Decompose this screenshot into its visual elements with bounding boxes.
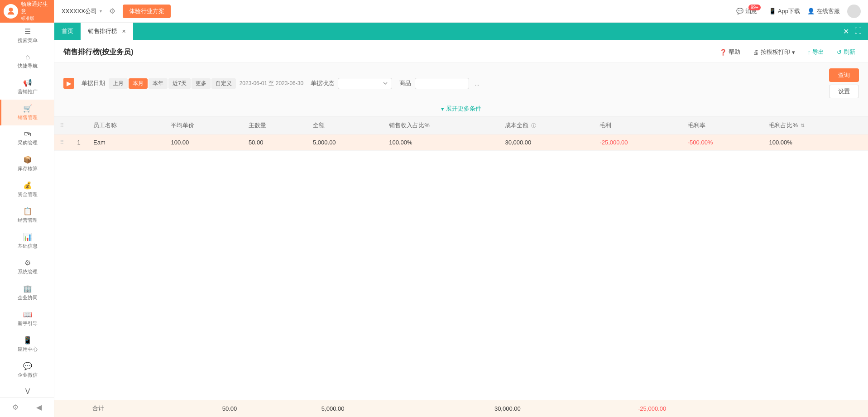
sidebar-item-sales[interactable]: 🛒 销售管理	[0, 100, 54, 125]
date-filter-label: 单据日期	[82, 79, 105, 87]
settings-button[interactable]: 设置	[829, 85, 859, 98]
sidebar-label-search: 搜索菜单	[18, 37, 38, 44]
message-button[interactable]: 💬 消息 99+	[736, 7, 757, 15]
date-btn-7days[interactable]: 近7天	[168, 78, 191, 89]
row-drag-icon[interactable]: ⠿	[60, 139, 64, 146]
th-qty: 主数量	[243, 117, 307, 134]
sidebar-settings-icon[interactable]: ⚙	[10, 401, 20, 413]
online-service-label: 在线客服	[816, 7, 840, 15]
sidebar-item-app-center[interactable]: 📱 应用中心	[0, 331, 54, 357]
date-buttons: 上月 本月 本年 近7天 更多 自定义	[109, 78, 236, 89]
table-spacer	[54, 259, 868, 400]
sidebar-item-guide[interactable]: 📖 新手引导	[0, 306, 54, 331]
gear-icon[interactable]: ⚙	[107, 5, 117, 17]
drag-cell: ⠿	[54, 134, 70, 151]
th-cost: 成本全额 ⓘ	[499, 117, 594, 134]
goods-more-icon[interactable]: ...	[473, 78, 481, 89]
goods-input[interactable]	[415, 78, 469, 89]
date-btn-more[interactable]: 更多	[192, 78, 211, 89]
tab-sales-rank[interactable]: 销售排行榜 ✕	[81, 23, 133, 40]
topbar-right: 💬 消息 99+ 📱 App下载 👤 在线客服	[736, 5, 861, 18]
close-all-tabs-icon[interactable]: ✕	[842, 26, 850, 37]
sidebar-icon-basic-info: 📊	[23, 233, 32, 241]
th-total: 全额	[307, 117, 384, 134]
sidebar-collapse-icon[interactable]: ◀	[34, 401, 43, 413]
sidebar-item-enterprise[interactable]: 🏢 企业协同	[0, 280, 54, 306]
main-content: XXXXXX公司 ▾ ⚙ 体验行业方案 💬 消息 99+ 📱 App下载 👤 在…	[54, 0, 868, 417]
sidebar-label-quick-nav: 快捷导航	[18, 62, 38, 69]
sidebar-label-sales: 销售管理	[18, 114, 38, 121]
sidebar-label-basic-info: 基础信息	[18, 243, 38, 249]
home-tab-label: 首页	[62, 27, 73, 35]
table-header: ⠿ 员工名称 平均单价 主数量 全额 销售收入占比% 成本全额 ⓘ 毛利 毛利率…	[54, 117, 868, 134]
tab-close-icon[interactable]: ✕	[122, 29, 126, 34]
export-icon: ↑	[808, 49, 811, 56]
tabbar-controls: ✕ ⛶	[837, 26, 868, 37]
table-row: ⠿ 1 Eam 100.00 50.00 5,000.00 100.00% 30…	[54, 134, 868, 151]
total-amount: 5,000.00	[316, 400, 447, 417]
sidebar-item-quick-nav[interactable]: ⌂ 快捷导航	[0, 48, 54, 74]
date-btn-last-month[interactable]: 上月	[109, 78, 128, 89]
app-download-button[interactable]: 📱 App下载	[769, 7, 800, 15]
sidebar-item-purchase[interactable]: 🛍 采购管理	[0, 125, 54, 151]
qty-cell: 50.00	[243, 134, 307, 151]
expand-more-btn[interactable]: ▾ 展开更多条件	[441, 105, 481, 113]
date-filter-group: 单据日期 上月 本月 本年 近7天 更多 自定义 2023-06-01 至 20…	[82, 78, 303, 89]
th-gross: 毛利	[594, 117, 682, 134]
page-actions: ❓ 帮助 🖨 按模板打印 ▾ ↑ 导出 ↺ 刷新	[716, 46, 859, 58]
cost-info-icon[interactable]: ⓘ	[531, 123, 536, 128]
sidebar-item-search[interactable]: ☰ 搜索菜单	[0, 23, 54, 48]
sidebar-label-operations: 经营管理	[18, 217, 38, 224]
name-cell: Eam	[88, 134, 165, 151]
sidebar-label-system: 系统管理	[18, 268, 38, 275]
date-btn-custom[interactable]: 自定义	[211, 78, 236, 89]
fullscreen-icon[interactable]: ⛶	[854, 26, 863, 36]
sidebar-item-marketing[interactable]: 📢 营销推广	[0, 74, 54, 100]
status-filter-group: 单据状态	[311, 78, 392, 89]
sidebar-label-inventory: 库存核算	[18, 165, 38, 172]
sidebar-item-basic-info[interactable]: 📊 基础信息	[0, 228, 54, 254]
status-select[interactable]	[338, 78, 392, 89]
sidebar-item-inventory[interactable]: 📦 库存核算	[0, 151, 54, 177]
goods-filter-group: 商品 ...	[399, 78, 481, 89]
table-area: ⠿ 员工名称 平均单价 主数量 全额 销售收入占比% 成本全额 ⓘ 毛利 毛利率…	[54, 117, 868, 259]
filter-row-1: ▶ 单据日期 上月 本月 本年 近7天 更多 自定义 2023-06-01 至 …	[63, 68, 859, 98]
sidebar-item-system[interactable]: ⚙ 系统管理	[0, 254, 54, 280]
help-button[interactable]: ❓ 帮助	[716, 46, 744, 58]
help-icon: ❓	[719, 49, 727, 56]
gross-pct-sort-icon[interactable]: ⇅	[801, 123, 805, 128]
query-button[interactable]: 查询	[829, 68, 859, 82]
export-button[interactable]: ↑ 导出	[804, 46, 828, 58]
print-button[interactable]: 🖨 按模板打印 ▾	[749, 46, 799, 58]
sidebar-item-wechat[interactable]: 💬 企业微信	[0, 357, 54, 383]
gross-rate-cell: -500.00%	[682, 134, 764, 151]
table-body: ⠿ 1 Eam 100.00 50.00 5,000.00 100.00% 30…	[54, 134, 868, 151]
refresh-button[interactable]: ↺ 刷新	[833, 46, 859, 58]
content-area: 销售排行榜(按业务员) ❓ 帮助 🖨 按模板打印 ▾ ↑ 导出 ↺ 刷新	[54, 40, 868, 417]
th-gross-rate: 毛利率	[682, 117, 764, 134]
logo-icon	[4, 4, 18, 19]
company-selector[interactable]: XXXXXX公司 ▾	[62, 7, 102, 15]
trial-button[interactable]: 体验行业方案	[123, 5, 171, 18]
date-btn-this-month[interactable]: 本月	[129, 78, 148, 89]
sidebar-label-marketing: 营销推广	[18, 88, 38, 95]
sidebar-item-vip[interactable]: V 畅会员	[0, 383, 54, 397]
user-avatar[interactable]	[847, 5, 861, 18]
filter-expand-arrow[interactable]: ▶	[63, 78, 74, 89]
total-rank-spacer	[69, 400, 87, 417]
logo-sub: 标准版	[21, 15, 50, 22]
status-filter-label: 单据状态	[311, 79, 334, 87]
th-drag: ⠿	[54, 117, 70, 134]
sidebar-item-finance[interactable]: 💰 资金管理	[0, 177, 54, 202]
online-service-button[interactable]: 👤 在线客服	[807, 7, 840, 15]
goods-filter-label: 商品	[399, 79, 411, 87]
sidebar-icon-guide: 📖	[23, 310, 32, 319]
message-icon: 💬	[736, 8, 743, 14]
app-icon: 📱	[769, 8, 776, 14]
sidebar-item-operations[interactable]: 📋 经营管理	[0, 202, 54, 228]
sidebar-icon-vip: V	[25, 388, 30, 396]
date-btn-this-year[interactable]: 本年	[149, 78, 168, 89]
total-avg-spacer	[175, 400, 217, 417]
tab-home[interactable]: 首页	[54, 23, 81, 40]
sidebar-label-app-center: 应用中心	[18, 346, 38, 353]
